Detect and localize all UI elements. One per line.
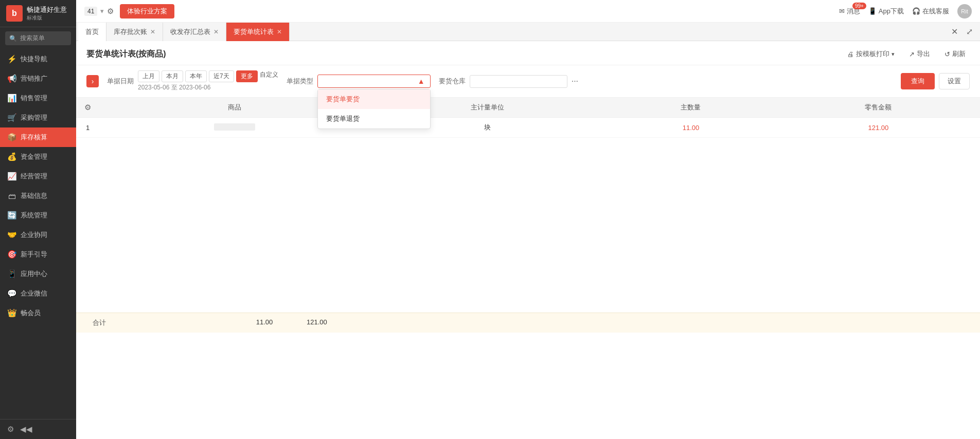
footer-amount: 121.00 <box>290 318 344 327</box>
logo-char: b <box>12 9 17 18</box>
table-col-settings: ⚙ <box>76 98 99 118</box>
sidebar-item-app-center[interactable]: 📱 应用中心 <box>0 264 76 284</box>
finance-icon: 💰 <box>7 152 16 161</box>
sidebar-item-label: 资金管理 <box>21 152 47 161</box>
trial-industry-button[interactable]: 体验行业方案 <box>120 4 174 19</box>
filter-date-this-month[interactable]: 本月 <box>162 70 183 82</box>
sidebar-item-finance[interactable]: 💰 资金管理 <box>0 147 76 167</box>
sidebar-item-inventory[interactable]: 📦 库存核算 <box>0 127 76 147</box>
app-name: 畅捷通好生意 标准版 <box>27 6 67 21</box>
sidebar-item-sales[interactable]: 📊 销售管理 <box>0 88 76 108</box>
sidebar-search[interactable]: 🔍 搜索菜单 <box>5 31 71 45</box>
messages-badge: 99+ <box>852 3 866 9</box>
filter-date-label: 单据日期 <box>107 77 134 86</box>
guide-icon: 🎯 <box>7 250 16 259</box>
store-dropdown-icon[interactable]: ▾ <box>100 7 104 15</box>
export-button[interactable]: ↗ 导出 <box>905 47 934 61</box>
table-col-amount: 零售金额 <box>777 98 980 118</box>
sidebar-item-label: 采购管理 <box>21 113 47 122</box>
tab-recv-summary-label: 收发存汇总表 <box>170 23 210 41</box>
sidebar-item-label: 应用中心 <box>21 269 47 279</box>
tab-order-summary[interactable]: 要货单统计表 ✕ <box>226 23 290 41</box>
purchase-icon: 🛒 <box>7 113 16 122</box>
filter-settings-button[interactable]: 设置 <box>939 73 970 89</box>
tab-order-summary-close[interactable]: ✕ <box>277 23 282 41</box>
filter-type-dropdown-wrap: ▲ 要货单要货 要货单退货 <box>317 75 431 88</box>
tab-close-all-button[interactable]: ✕ <box>948 26 961 38</box>
sidebar-item-marketing[interactable]: 📢 营销推广 <box>0 69 76 88</box>
filter-type-dropdown: 要货单要货 要货单退货 <box>317 89 431 129</box>
table-container: ⚙ 商品 主计量单位 主数量 零售金额 1 块 <box>76 98 980 138</box>
tab-home[interactable]: 首页 <box>78 23 106 41</box>
dropdown-item-yh-order[interactable]: 要货单要货 <box>318 89 430 109</box>
refresh-button[interactable]: ↺ 刷新 <box>940 47 970 61</box>
filter-date-last-7days[interactable]: 近7天 <box>209 70 234 82</box>
sidebar-search-label: 搜索菜单 <box>20 34 45 43</box>
app-download-btn[interactable]: 📱 App下载 <box>868 7 904 16</box>
sidebar-item-label: 快捷导航 <box>21 54 47 64</box>
table-settings-icon[interactable]: ⚙ <box>84 103 91 112</box>
sidebar: b 畅捷通好生意 标准版 🔍 搜索菜单 ⚡ 快捷导航 📢 营销推广 📊 销售管理… <box>0 0 76 439</box>
filter-date-custom[interactable]: 自定义 <box>260 70 278 82</box>
app-version: 标准版 <box>27 14 67 21</box>
filter-date-range: 2023-05-06 至 2023-06-06 <box>138 83 278 92</box>
filter-date-this-year[interactable]: 本年 <box>185 70 207 82</box>
sidebar-item-member[interactable]: 👑 畅会员 <box>0 303 76 323</box>
query-button[interactable]: 查询 <box>901 73 935 89</box>
dropdown-item-yh-return[interactable]: 要货单退货 <box>318 109 430 129</box>
sidebar-item-enterprise[interactable]: 🤝 企业协同 <box>0 225 76 245</box>
sidebar-item-wechat[interactable]: 💬 企业微信 <box>0 284 76 303</box>
footer-quantity: 11.00 <box>239 318 290 327</box>
filter-type-input[interactable]: ▲ <box>317 75 431 88</box>
sidebar-item-label: 经营管理 <box>21 172 47 181</box>
filter-date-more[interactable]: 更多 <box>236 70 258 82</box>
tab-inventory-batch-close[interactable]: ✕ <box>150 23 155 41</box>
collapse-icon[interactable]: ◀◀ <box>20 425 32 434</box>
tab-inventory-batch-label: 库存批次账 <box>114 23 147 41</box>
page-header: 要货单统计表(按商品) 🖨 按模板打印 ▾ ↗ 导出 ↺ 刷新 <box>76 41 980 65</box>
filter-date-last-month[interactable]: 上月 <box>138 70 159 82</box>
table-header: ⚙ 商品 主计量单位 主数量 零售金额 <box>76 98 980 118</box>
sidebar-item-base-info[interactable]: 🗃 基础信息 <box>0 186 76 206</box>
export-label: 导出 <box>917 49 930 59</box>
print-template-button[interactable]: 🖨 按模板打印 ▾ <box>843 47 899 61</box>
headset-icon: 🎧 <box>912 7 920 15</box>
online-service-btn[interactable]: 🎧 在线客服 <box>912 7 949 16</box>
page-title: 要货单统计表(按商品) <box>86 49 166 60</box>
messages-btn[interactable]: ✉ 消息 99+ <box>839 7 860 16</box>
sidebar-nav: ⚡ 快捷导航 📢 营销推广 📊 销售管理 🛒 采购管理 📦 库存核算 💰 资金管… <box>0 49 76 419</box>
sidebar-item-quick-nav[interactable]: ⚡ 快捷导航 <box>0 49 76 69</box>
tab-recv-summary-close[interactable]: ✕ <box>213 23 219 41</box>
filter-type-chevron-up-icon[interactable]: ▲ <box>418 77 425 85</box>
filter-expand-button[interactable]: › <box>86 75 99 87</box>
main-area: 41 ▾ ⚙ 体验行业方案 ✉ 消息 99+ 📱 App下载 🎧 在线客服 Ri… <box>76 0 980 439</box>
avatar[interactable]: Rit <box>957 4 972 19</box>
tab-expand-button[interactable]: ⤢ <box>963 26 976 38</box>
app-download-label: App下载 <box>879 7 904 16</box>
sidebar-item-label: 畅会员 <box>21 308 41 318</box>
sidebar-item-label: 销售管理 <box>21 94 47 103</box>
topbar-settings-icon[interactable]: ⚙ <box>107 7 114 16</box>
sidebar-item-system[interactable]: 🔄 系统管理 <box>0 206 76 225</box>
sidebar-bottom: ⚙ ◀◀ <box>0 419 76 439</box>
refresh-icon: ↺ <box>945 50 950 58</box>
settings-bottom-icon[interactable]: ⚙ <box>7 425 14 434</box>
filter-warehouse-input[interactable] <box>470 75 567 88</box>
sidebar-item-guide[interactable]: 🎯 新手引导 <box>0 245 76 264</box>
avatar-text: Rit <box>961 8 968 14</box>
tab-inventory-batch[interactable]: 库存批次账 ✕ <box>106 23 163 41</box>
sidebar-item-purchase[interactable]: 🛒 采购管理 <box>0 108 76 127</box>
operations-icon: 📈 <box>7 172 16 181</box>
base-info-icon: 🗃 <box>7 192 16 200</box>
filter-warehouse-more-icon[interactable]: ··· <box>572 77 578 86</box>
app-name-text: 畅捷通好生意 <box>27 6 67 13</box>
topbar: 41 ▾ ⚙ 体验行业方案 ✉ 消息 99+ 📱 App下载 🎧 在线客服 Ri… <box>76 0 980 23</box>
print-expand-icon: ▾ <box>892 51 895 58</box>
table-footer: 合计 11.00 121.00 <box>76 313 980 333</box>
footer-empty-col <box>187 318 239 327</box>
enterprise-icon: 🤝 <box>7 230 16 240</box>
sidebar-item-operations[interactable]: 📈 经营管理 <box>0 167 76 186</box>
tab-recv-summary[interactable]: 收发存汇总表 ✕ <box>163 23 226 41</box>
sidebar-item-label: 营销推广 <box>21 74 47 83</box>
marketing-icon: 📢 <box>7 74 16 83</box>
